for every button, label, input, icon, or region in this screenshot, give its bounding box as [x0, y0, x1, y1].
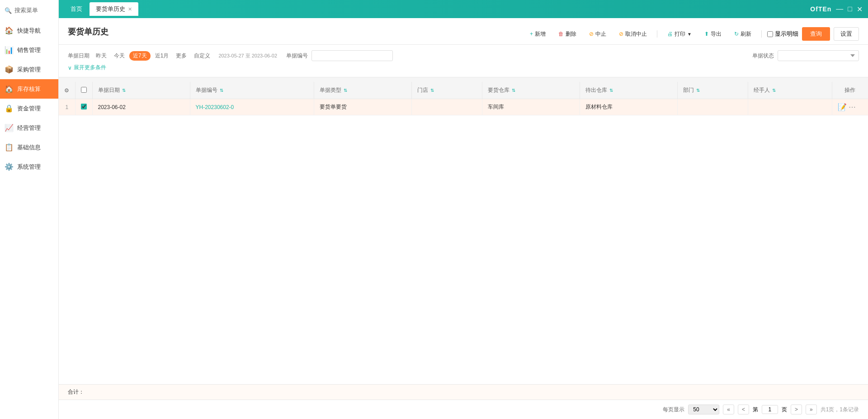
display-detail-checkbox[interactable]	[767, 31, 773, 37]
th-department[interactable]: 部门 ⇅	[677, 82, 748, 99]
minimize-icon[interactable]: —	[836, 5, 843, 13]
new-button[interactable]: + 新增	[525, 28, 550, 40]
pagination: 每页显示 50 100 200 « < 第 页 > » 共1页，1条记录	[59, 400, 868, 419]
sort-bill-date-icon[interactable]: ⇅	[122, 88, 126, 93]
sort-bill-type-icon[interactable]: ⇅	[344, 88, 347, 93]
maximize-icon[interactable]: □	[848, 5, 852, 13]
date-opt-last1month[interactable]: 近1月	[152, 51, 172, 61]
sidebar-item-label: 经营管理	[17, 124, 41, 132]
lock-icon: 🔒	[5, 104, 14, 113]
sidebar-item-finance[interactable]: 🔒 资金管理	[0, 99, 58, 118]
stop-label: 中止	[595, 30, 606, 38]
search-icon: 🔍	[5, 7, 12, 14]
table-header: ⚙ 单据日期 ⇅ 单据编号 ⇅ 单据类型 ⇅	[59, 82, 868, 99]
topbar-right: OfTEn — □ ✕	[807, 5, 863, 14]
date-opt-custom[interactable]: 自定义	[191, 51, 213, 61]
sort-req-warehouse-icon[interactable]: ⇅	[512, 88, 515, 93]
page-number-input[interactable]	[762, 405, 778, 414]
export-button[interactable]: ⬆ 导出	[700, 28, 726, 40]
filter-bill-status: 单据状态	[752, 50, 859, 61]
bill-no-link[interactable]: YH-20230602-0	[196, 104, 234, 110]
cancel-stop-icon: ⊘	[619, 31, 623, 37]
tab-requisition-history[interactable]: 要货单历史 ✕	[90, 2, 138, 16]
table-row[interactable]: 1 2023-06-02 YH-20230602-0 要货单要货 车间库 原材料…	[59, 99, 868, 115]
chevron-down-icon: ∨	[68, 65, 72, 71]
th-bill-no[interactable]: 单据编号 ⇅	[190, 82, 314, 99]
print-button[interactable]: 🖨 打印 ▼	[663, 28, 696, 40]
sidebar-item-quick-nav[interactable]: 🏠 快捷导航	[0, 21, 58, 40]
td-pending-warehouse: 原材料仓库	[580, 99, 677, 115]
th-settings[interactable]: ⚙	[59, 82, 75, 99]
th-actions: 操作	[832, 82, 868, 99]
date-opt-last7days[interactable]: 近7天	[129, 51, 151, 61]
date-opt-more[interactable]: 更多	[173, 51, 189, 61]
main-content: 首页 要货单历史 ✕ OfTEn — □ ✕ 要货单历史 + 新增	[59, 0, 868, 419]
more-actions-icon[interactable]: ⋯	[849, 103, 856, 111]
sidebar-item-system[interactable]: ⚙️ 系统管理	[0, 157, 58, 176]
td-store	[411, 99, 482, 115]
sidebar-item-inventory[interactable]: 🏠 库存核算	[0, 79, 58, 99]
sidebar-item-operation[interactable]: 📈 经营管理	[0, 118, 58, 138]
filter-expand-row: ∨ 展开更多条件	[68, 64, 859, 71]
prev-page-button[interactable]: <	[738, 405, 749, 414]
tab-close-icon[interactable]: ✕	[128, 6, 132, 12]
date-opt-today[interactable]: 今天	[111, 51, 127, 61]
first-page-button[interactable]: «	[723, 405, 734, 414]
cancel-stop-button[interactable]: ⊘ 取消中止	[614, 28, 651, 40]
td-department	[677, 99, 748, 115]
date-options: 昨天 今天 近7天 近1月 更多 自定义	[93, 51, 213, 61]
plus-icon: +	[530, 31, 533, 37]
total-label: 合计：	[68, 388, 84, 396]
tab-home[interactable]: 首页	[64, 2, 89, 16]
sort-bill-no-icon[interactable]: ⇅	[220, 88, 223, 93]
close-window-icon[interactable]: ✕	[857, 5, 863, 14]
gear-icon: ⚙️	[5, 162, 14, 171]
current-page-prefix: 第	[753, 406, 758, 414]
sort-department-icon[interactable]: ⇅	[696, 88, 700, 93]
filter-bill-date: 单据日期 昨天 今天 近7天 近1月 更多 自定义 2023-05-27 至 2…	[68, 51, 277, 61]
per-page-label: 每页显示	[663, 406, 684, 414]
sidebar-item-sales[interactable]: 📊 销售管理	[0, 40, 58, 60]
sort-handler-icon[interactable]: ⇅	[772, 88, 776, 93]
th-req-warehouse[interactable]: 要货仓库 ⇅	[482, 82, 580, 99]
delete-button[interactable]: 🗑 删除	[554, 28, 581, 40]
tab-home-label: 首页	[71, 5, 82, 13]
th-pending-warehouse-label: 待出仓库	[585, 87, 607, 93]
display-detail-toggle[interactable]: 显示明细	[767, 30, 798, 38]
bill-no-input[interactable]	[311, 50, 393, 61]
display-detail-label: 显示明细	[775, 30, 798, 38]
print-label: 打印	[675, 30, 685, 38]
edit-icon[interactable]: 📝	[838, 103, 847, 111]
per-page-select[interactable]: 50 100 200	[688, 405, 719, 414]
th-store[interactable]: 门店 ⇅	[411, 82, 482, 99]
next-page-button[interactable]: >	[791, 405, 802, 414]
stop-button[interactable]: ⊘ 中止	[585, 28, 611, 40]
th-actions-label: 操作	[844, 87, 855, 93]
expand-label: 展开更多条件	[74, 64, 106, 71]
export-label: 导出	[711, 30, 722, 38]
sidebar-item-purchase[interactable]: 📦 采购管理	[0, 60, 58, 79]
th-pending-warehouse[interactable]: 待出仓库 ⇅	[580, 82, 677, 99]
last-page-button[interactable]: »	[806, 405, 817, 414]
sidebar-item-basic-info[interactable]: 📋 基础信息	[0, 138, 58, 157]
refresh-label: 刷新	[741, 30, 751, 38]
bill-status-select[interactable]	[778, 50, 859, 61]
settings-button[interactable]: 设置	[834, 27, 859, 41]
stop-icon: ⊘	[589, 31, 594, 37]
date-opt-yesterday[interactable]: 昨天	[93, 51, 109, 61]
select-all-checkbox[interactable]	[81, 87, 87, 93]
expand-filter-button[interactable]: ∨ 展开更多条件	[68, 64, 859, 71]
th-bill-no-label: 单据编号	[196, 87, 217, 93]
sidebar-search[interactable]: 🔍 搜索菜单	[0, 0, 58, 21]
td-row-num: 1	[59, 99, 75, 115]
th-bill-date[interactable]: 单据日期 ⇅	[92, 82, 190, 99]
row-checkbox[interactable]	[81, 104, 87, 110]
sort-store-icon[interactable]: ⇅	[430, 88, 434, 93]
table-area: ⚙ 单据日期 ⇅ 单据编号 ⇅ 单据类型 ⇅	[59, 82, 868, 384]
th-bill-type[interactable]: 单据类型 ⇅	[314, 82, 411, 99]
th-handler[interactable]: 经手人 ⇅	[748, 82, 832, 99]
sort-pending-warehouse-icon[interactable]: ⇅	[609, 88, 613, 93]
refresh-button[interactable]: ↻ 刷新	[730, 28, 756, 40]
query-button[interactable]: 查询	[802, 27, 830, 41]
sidebar-search-label: 搜索菜单	[14, 6, 38, 14]
